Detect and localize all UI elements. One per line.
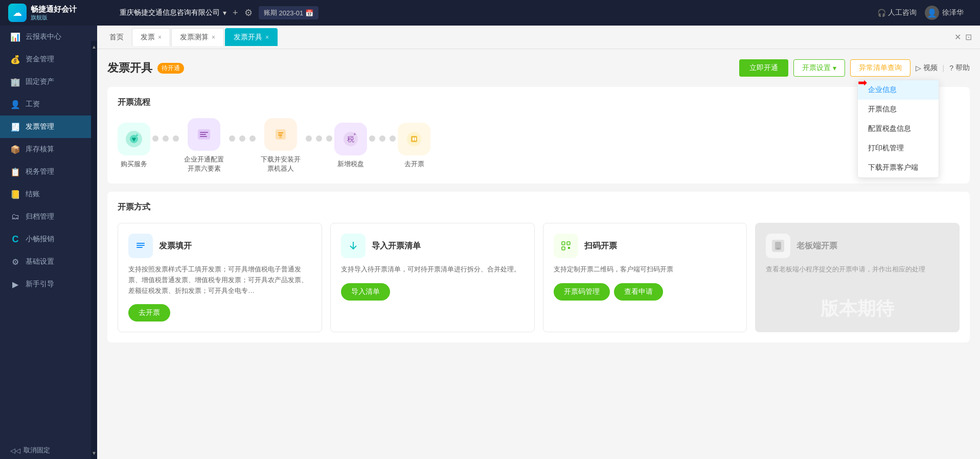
close-window-icon[interactable]: ✕	[954, 32, 961, 42]
tab-close-fapiaokaigu[interactable]: ×	[265, 34, 269, 41]
step-icon-5	[398, 123, 430, 155]
company-selector[interactable]: 重庆畅捷交通信息咨询有限公司 ▾	[120, 8, 226, 17]
dropdown-arrow-icon: ▾	[833, 64, 836, 72]
topbar-middle: 重庆畅捷交通信息咨询有限公司 ▾ + ⚙ 账期 2023-01 📅	[111, 6, 871, 19]
svg-rect-4	[200, 132, 208, 133]
settings-icon[interactable]: ⚙	[244, 7, 253, 18]
settings-button[interactable]: 开票设置 ▾	[793, 59, 845, 77]
step-dots-3	[304, 135, 334, 142]
method-card-import-header: 导入开票清单	[341, 234, 524, 258]
logo-area: ☁ 畅捷通好会计 旗舰版	[8, 4, 105, 22]
exception-button[interactable]: 异常清单查询	[850, 59, 910, 77]
chevron-down-icon: ▾	[223, 9, 226, 17]
flow-step-1: ♥+ 购买服务	[118, 123, 150, 169]
flow-step-2: 企业开通配置开票六要素	[181, 118, 227, 173]
import-button[interactable]: 导入清单	[341, 283, 390, 301]
step-icon-1: ♥+	[118, 123, 150, 155]
step-icon-3: ≡	[264, 118, 297, 151]
activate-button[interactable]: 立即开通	[739, 59, 788, 77]
svg-rect-8	[278, 132, 283, 133]
sidebar-item-zijin[interactable]: 💰 资金管理	[0, 48, 97, 71]
help-button[interactable]: ? 帮助	[949, 63, 970, 73]
qr-manage-button[interactable]: 开票码管理	[554, 283, 610, 301]
svg-rect-6	[200, 136, 207, 137]
sidebar-scroll-down[interactable]: ▼	[90, 449, 98, 457]
period-badge: 账期 2023-01 📅	[259, 6, 319, 19]
sidebar-item-gudingzichan[interactable]: 🏢 固定资产	[0, 71, 97, 93]
methods-grid: 发票填开 支持按照发票样式手工填开发票；可开具增值税电子普通发票、增值税普通发票…	[118, 223, 960, 332]
step-label-2: 企业开通配置开票六要素	[181, 155, 227, 173]
step-icon-4: 税+	[334, 123, 367, 155]
status-badge: 待开通	[157, 63, 184, 74]
sidebar-item-xiaochang[interactable]: C 小畅报销	[0, 228, 97, 250]
page-title-area: 发票开具 待开通	[107, 60, 184, 76]
method-card-import: 导入开票清单 支持导入待开票清单，可对待开票清单进行拆分、合并处理。 导入清单	[330, 223, 535, 332]
logo-text: 畅捷通好会计 旗舰版	[31, 5, 77, 21]
consult-button[interactable]: 🎧 人工咨询	[877, 8, 917, 17]
c-icon: C	[10, 234, 20, 244]
sidebar-item-fapiao[interactable]: 🧾 发票管理	[0, 116, 97, 138]
step-dots-1	[150, 135, 181, 142]
method-card-fill: 发票填开 支持按照发票样式手工填开发票；可开具增值税电子普通发票、增值税普通发票…	[118, 223, 322, 332]
add-icon[interactable]: +	[233, 8, 238, 18]
svg-rect-20	[136, 245, 145, 246]
svg-text:+: +	[135, 132, 139, 138]
tab-fapiaokaigu[interactable]: 发票开具 ×	[225, 28, 278, 46]
headset-icon: 🎧	[877, 9, 886, 17]
username-label: 徐泽华	[942, 8, 964, 17]
dropdown-item-xiazai[interactable]: 下载开票客户端	[858, 158, 939, 177]
sidebar-item-guidang[interactable]: 🗂 归档管理	[0, 205, 97, 228]
svg-rect-21	[136, 247, 143, 248]
tab-close-fapiao[interactable]: ×	[158, 34, 162, 41]
cancel-pin[interactable]: ◁◁ 取消固定	[0, 442, 97, 459]
tab-fapiao[interactable]: 发票 ×	[132, 28, 170, 46]
sidebar-item-kucun[interactable]: 📦 库存核算	[0, 138, 97, 160]
method-card-scan-header: 扫码开票	[554, 234, 737, 258]
video-button[interactable]: ▷ 视频	[916, 63, 938, 73]
sidebar-scroll-up[interactable]: ▲	[90, 43, 98, 51]
sidebar-item-yunbao[interactable]: 📊 云报表中心	[0, 26, 97, 48]
ledger-icon: 📒	[10, 189, 20, 199]
tab-home[interactable]: 首页	[101, 29, 132, 46]
pin-icon: ◁◁	[10, 447, 20, 454]
user-avatar: 👤	[925, 6, 939, 20]
fill-icon	[128, 234, 153, 258]
page-title: 发票开具	[107, 60, 152, 76]
dropdown-item-dayinji[interactable]: 打印机管理	[858, 139, 939, 158]
dropdown-item-kaipiao[interactable]: 开票信息	[858, 100, 939, 119]
view-apply-button[interactable]: 查看申请	[614, 283, 663, 301]
dropdown-item-peizhi[interactable]: 配置税盘信息	[858, 119, 939, 139]
sidebar-item-jiezhang[interactable]: 📒 结账	[0, 183, 97, 205]
method-card-boss: 老板端开票 查看老板端小程序提交的开票申请，并作出相应的处理 版本期待	[755, 223, 960, 332]
maximize-icon[interactable]: ⊡	[965, 32, 972, 42]
svg-text:≡: ≡	[279, 134, 282, 140]
tab-fapiaocesuan[interactable]: 发票测算 ×	[171, 28, 224, 46]
page-content: 发票开具 待开通 立即开通 开票设置 ▾ 异常清单查询 ▷ 视频	[97, 49, 980, 459]
svg-rect-31	[777, 248, 780, 249]
tab-close-fapiaocesuan[interactable]: ×	[212, 34, 215, 41]
methods-section: 开票方式 发票填开 支持按照发票样式手工填开发票；可开具增值税电子普通发票、增值…	[107, 192, 970, 342]
flow-section: 开票流程 ♥+ 购买服务	[107, 87, 970, 183]
settings-dropdown: 企业信息 开票信息 配置税盘信息 打印机管理	[857, 80, 939, 178]
dropdown-item-qiye[interactable]: 企业信息	[858, 80, 939, 100]
user-area[interactable]: 👤 徐泽华	[925, 6, 964, 20]
scan-buttons: 开票码管理 查看申请	[554, 283, 737, 301]
topbar-right: 🎧 人工咨询 👤 徐泽华	[877, 6, 972, 20]
tab-bar: 首页 发票 × 发票测算 × 发票开具 × ✕ ⊡	[97, 26, 980, 49]
step-label-4: 新增税盘	[337, 159, 364, 169]
flow-step-5: 去开票	[398, 123, 430, 169]
fill-goto-button[interactable]: 去开票	[128, 304, 170, 322]
content-area: 首页 发票 × 发票测算 × 发票开具 × ✕ ⊡	[97, 26, 980, 459]
sidebar-item-gongzi[interactable]: 👤 工资	[0, 93, 97, 116]
sidebar-item-xinshouyindao[interactable]: ▶ 新手引导	[0, 273, 97, 295]
sidebar-item-shuiwu[interactable]: 📋 税务管理	[0, 160, 97, 183]
flow-section-title: 开票流程	[118, 97, 960, 108]
methods-section-title: 开票方式	[118, 202, 960, 213]
step-label-1: 购买服务	[121, 159, 147, 169]
svg-text:+: +	[353, 131, 356, 137]
play-circle-icon: ▷	[916, 64, 921, 72]
person-icon: 👤	[10, 99, 20, 109]
money-icon: 💰	[10, 54, 20, 64]
sidebar-item-jichushezhi[interactable]: ⚙ 基础设置	[0, 250, 97, 273]
method-card-boss-header: 老板端开票	[766, 234, 949, 258]
